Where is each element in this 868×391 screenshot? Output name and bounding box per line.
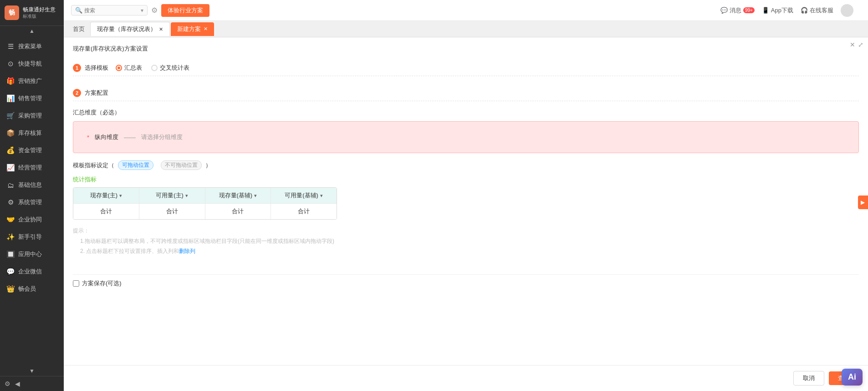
sidebar-item-inventory[interactable]: 📦 库存核算 bbox=[0, 124, 64, 142]
search-input[interactable] bbox=[84, 7, 139, 14]
sidebar-item-purchase[interactable]: 🛒 采购管理 bbox=[0, 107, 64, 124]
app-download-btn[interactable]: 📱 App下载 bbox=[762, 6, 793, 15]
sidebar-item-operations[interactable]: 📈 经营管理 bbox=[0, 159, 64, 176]
sidebar-label-marketing: 营销推广 bbox=[18, 77, 42, 85]
maximize-icon[interactable]: ⤢ bbox=[858, 41, 863, 48]
enterprise-collab-icon: 🤝 bbox=[6, 216, 15, 224]
marketing-icon: 🎁 bbox=[6, 77, 15, 85]
content-inner: 现存量(库存状况表)方案设置 1 选择模板 汇总表 bbox=[64, 37, 868, 365]
sidebar-scroll-up[interactable]: ▲ bbox=[0, 26, 64, 36]
stats-data-row: 合计合计合计合计 bbox=[73, 203, 337, 219]
sidebar-label-system: 系统管理 bbox=[18, 198, 42, 206]
stats-table: 现存量(主)▾可用量(主)▾现存量(基辅)▾可用量(基辅)▾ 合计合计合计合计 bbox=[73, 187, 337, 220]
content-header-icons: ✕ ⤢ bbox=[850, 41, 863, 48]
non-draggable-badge: 不可拖动位置 bbox=[161, 160, 202, 170]
stats-col-chevron-3: ▾ bbox=[320, 193, 323, 199]
message-label: 消息 bbox=[730, 6, 741, 15]
stats-data-cell-3: 合计 bbox=[271, 204, 337, 219]
sidebar-item-sales[interactable]: 📊 销售管理 bbox=[0, 90, 64, 107]
message-badge: 99+ bbox=[743, 7, 755, 13]
sidebar-label-quick-nav: 快捷导航 bbox=[18, 60, 42, 68]
tips-item-2: 2. 点击标题栏下拉可设置排序、插入列和删除列 bbox=[80, 247, 859, 257]
close-icon[interactable]: ✕ bbox=[850, 41, 855, 48]
base-info-icon: 🗂 bbox=[6, 181, 15, 189]
sidebar-collapse-icon[interactable]: ◀ bbox=[15, 380, 20, 387]
sidebar-item-search-menu[interactable]: ☰ 搜索菜单 bbox=[0, 38, 64, 55]
stats-col-chevron-2: ▾ bbox=[254, 193, 257, 199]
aggregate-label: 汇总维度（必选） bbox=[73, 108, 859, 117]
sidebar-item-vip-member[interactable]: 👑 畅会员 bbox=[0, 280, 64, 298]
tab-inventory-label: 现存量（库存状况表） bbox=[97, 25, 156, 33]
sidebar-item-enterprise-wechat[interactable]: 💬 企业微信 bbox=[0, 263, 64, 280]
radio-summary-circle bbox=[116, 65, 122, 71]
indicator-suffix: ） bbox=[205, 161, 211, 170]
stats-title: 统计指标 bbox=[73, 175, 859, 184]
stats-header-cell-1[interactable]: 可用量(主)▾ bbox=[139, 188, 205, 203]
sidebar-label-purchase: 采购管理 bbox=[18, 112, 42, 120]
stats-col-chevron-0: ▾ bbox=[119, 193, 122, 199]
tips-area: 提示： 1.拖动标题栏可以调整布局，不可跨维度或指标区域拖动栏目字段(只能在同一… bbox=[73, 227, 859, 256]
dimension-area[interactable]: * 纵向维度 —— 请选择分组维度 bbox=[73, 121, 859, 153]
app-name: 畅康通好生意 bbox=[23, 6, 56, 14]
sidebar-item-finance[interactable]: 💰 资金管理 bbox=[0, 142, 64, 159]
stats-col-chevron-1: ▾ bbox=[185, 193, 188, 199]
tab-home[interactable]: 首页 bbox=[68, 22, 89, 36]
sidebar-item-base-info[interactable]: 🗂 基础信息 bbox=[0, 176, 64, 194]
experience-btn[interactable]: 体验行业方案 bbox=[161, 4, 209, 17]
tab-inventory-status[interactable]: 现存量（库存状况表） ✕ bbox=[90, 22, 170, 36]
save-label: 方案保存(可选) bbox=[82, 279, 122, 288]
section-step1: 1 选择模板 汇总表 交叉统计表 bbox=[73, 60, 859, 76]
tab-new-plan-close-icon[interactable]: ✕ bbox=[204, 26, 208, 32]
sidebar-settings-icon[interactable]: ⚙ bbox=[5, 380, 10, 387]
step1-title: 选择模板 bbox=[85, 64, 108, 72]
topbar-gear-icon[interactable]: ⚙ bbox=[151, 6, 158, 15]
dimension-placeholder: 请选择分组维度 bbox=[141, 133, 183, 141]
online-service-btn[interactable]: 🎧 在线客服 bbox=[801, 6, 833, 15]
inventory-icon: 📦 bbox=[6, 129, 15, 137]
stats-section: 统计指标 现存量(主)▾可用量(主)▾现存量(基辅)▾可用量(基辅)▾ 合计合计… bbox=[73, 175, 859, 220]
topbar-search-area: 🔍 ▾ ⚙ 体验行业方案 bbox=[71, 4, 717, 17]
draggable-badge: 可拖动位置 bbox=[118, 160, 153, 170]
ai-badge[interactable]: Ai bbox=[842, 369, 863, 386]
step2-header: 2 方案配置 bbox=[73, 85, 859, 101]
sidebar-label-search-menu: 搜索菜单 bbox=[18, 42, 42, 51]
tips-title: 提示： bbox=[73, 227, 859, 235]
stats-header-cell-0[interactable]: 现存量(主)▾ bbox=[73, 188, 139, 203]
stats-header-cell-3[interactable]: 可用量(基辅)▾ bbox=[271, 188, 337, 203]
content-area: 现存量(库存状况表)方案设置 1 选择模板 汇总表 bbox=[64, 37, 868, 365]
save-checkbox[interactable] bbox=[73, 280, 79, 287]
sidebar-label-operations: 经营管理 bbox=[18, 164, 42, 172]
radio-cross-label: 交叉统计表 bbox=[160, 64, 189, 72]
message-btn[interactable]: 💬 消息 99+ bbox=[720, 6, 755, 15]
search-menu-icon: ☰ bbox=[6, 42, 15, 51]
content-wrapper: ✕ ⤢ 现存量(库存状况表)方案设置 1 选择模板 bbox=[64, 37, 868, 391]
sidebar-footer: ⚙ ◀ bbox=[0, 376, 64, 391]
dimension-dash: —— bbox=[124, 134, 136, 141]
step2-badge: 2 bbox=[73, 89, 81, 97]
cancel-button[interactable]: 取消 bbox=[793, 371, 824, 386]
footer-bar: 取消 查询 bbox=[64, 365, 868, 391]
sidebar-item-newbie-guide[interactable]: ✨ 新手引导 bbox=[0, 228, 64, 246]
sidebar-item-system[interactable]: ⚙ 系统管理 bbox=[0, 194, 64, 211]
search-box[interactable]: 🔍 ▾ bbox=[71, 5, 148, 15]
tab-new-plan[interactable]: 新建方案 ✕ bbox=[171, 22, 214, 36]
stats-header-cell-2[interactable]: 现存量(基辅)▾ bbox=[205, 188, 271, 203]
stats-col-label-0: 现存量(主) bbox=[90, 191, 118, 200]
sidebar-label-vip-member: 畅会员 bbox=[18, 285, 36, 293]
tab-inventory-close-icon[interactable]: ✕ bbox=[159, 26, 163, 32]
right-panel-btn[interactable]: ▶ bbox=[858, 196, 868, 209]
sidebar-item-app-center[interactable]: 🔲 应用中心 bbox=[0, 246, 64, 263]
sidebar-item-enterprise-collab[interactable]: 🤝 企业协同 bbox=[0, 211, 64, 228]
sidebar-label-enterprise-collab: 企业协同 bbox=[18, 216, 42, 224]
radio-cross-table[interactable]: 交叉统计表 bbox=[151, 64, 189, 72]
app-download-icon: 📱 bbox=[762, 7, 769, 14]
section-step2: 2 方案配置 汇总维度（必选） * 纵向维度 —— 请选择分组维度 bbox=[73, 85, 859, 265]
stats-col-summary-1: 合计 bbox=[166, 207, 178, 216]
sidebar-item-quick-nav[interactable]: ⊙ 快捷导航 bbox=[0, 55, 64, 72]
radio-summary-table[interactable]: 汇总表 bbox=[116, 64, 142, 72]
sidebar-scroll-down[interactable]: ▼ bbox=[0, 366, 64, 376]
newbie-guide-icon: ✨ bbox=[6, 233, 15, 241]
sidebar-item-marketing[interactable]: 🎁 营销推广 bbox=[0, 72, 64, 90]
vip-member-icon: 👑 bbox=[6, 285, 15, 293]
step2-title: 方案配置 bbox=[85, 89, 108, 97]
